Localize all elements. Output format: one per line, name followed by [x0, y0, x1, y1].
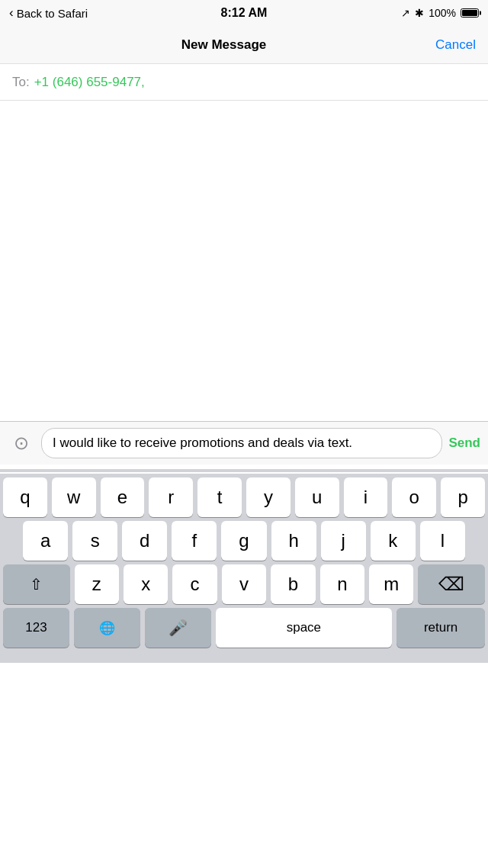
- key-d[interactable]: d: [122, 521, 167, 561]
- globe-icon: 🌐: [99, 620, 115, 636]
- key-y[interactable]: y: [246, 477, 291, 517]
- status-right: ↗ ✱ 100%: [401, 7, 479, 19]
- keyboard-row-2: a s d f g h j k l: [0, 517, 488, 561]
- keyboard-row-1: q w e r t y u i o p: [0, 474, 488, 517]
- location-icon: ↗: [401, 7, 410, 19]
- key-l[interactable]: l: [420, 521, 465, 561]
- key-f[interactable]: f: [172, 521, 217, 561]
- send-button[interactable]: Send: [448, 436, 480, 451]
- key-x[interactable]: x: [124, 564, 168, 604]
- camera-button[interactable]: ⊙: [8, 429, 35, 457]
- message-area: [0, 101, 488, 421]
- key-i[interactable]: i: [344, 477, 388, 517]
- key-z[interactable]: z: [75, 564, 119, 604]
- keyboard-row-4: 123 🌐 🎤 space return: [0, 604, 488, 663]
- key-q[interactable]: q: [3, 477, 47, 517]
- key-k[interactable]: k: [371, 521, 416, 561]
- back-chevron-icon: ‹: [9, 5, 14, 21]
- key-g[interactable]: g: [221, 521, 266, 561]
- battery-icon: [461, 8, 479, 18]
- key-u[interactable]: u: [295, 477, 339, 517]
- bluetooth-icon: ✱: [415, 7, 424, 19]
- numbers-key[interactable]: 123: [3, 608, 69, 648]
- key-j[interactable]: j: [321, 521, 366, 561]
- key-p[interactable]: p: [441, 477, 485, 517]
- backspace-icon: ⌫: [438, 574, 464, 595]
- to-label: To:: [12, 75, 30, 90]
- to-field: To: +1 (646) 655-9477,: [0, 64, 488, 101]
- globe-key[interactable]: 🌐: [74, 608, 140, 648]
- key-r[interactable]: r: [149, 477, 193, 517]
- shift-icon: ⇧: [30, 575, 43, 593]
- key-c[interactable]: c: [172, 564, 217, 604]
- key-w[interactable]: w: [52, 477, 96, 517]
- to-number[interactable]: +1 (646) 655-9477,: [34, 75, 145, 90]
- return-key[interactable]: return: [396, 608, 485, 648]
- cancel-button[interactable]: Cancel: [435, 37, 476, 53]
- backspace-key[interactable]: ⌫: [418, 564, 485, 604]
- key-o[interactable]: o: [392, 477, 436, 517]
- key-m[interactable]: m: [369, 564, 413, 604]
- battery-percent: 100%: [429, 7, 456, 19]
- key-a[interactable]: a: [23, 521, 68, 561]
- key-t[interactable]: t: [197, 477, 242, 517]
- shift-key[interactable]: ⇧: [3, 564, 70, 604]
- keyboard-row-3: ⇧ z x c v b n m ⌫: [0, 561, 488, 604]
- camera-icon: ⊙: [14, 432, 29, 454]
- status-time: 8:12 AM: [221, 6, 268, 20]
- key-v[interactable]: v: [222, 564, 266, 604]
- keyboard-indicator: [225, 469, 263, 472]
- nav-title: New Message: [181, 37, 267, 53]
- input-bar: ⊙ I would like to receive promotions and…: [0, 421, 488, 465]
- space-key[interactable]: space: [216, 608, 393, 648]
- keyboard: q w e r t y u i o p a s d f g h j k l ⇧ …: [0, 474, 488, 663]
- back-to-safari[interactable]: ‹ Back to Safari: [9, 5, 88, 21]
- mic-icon: 🎤: [169, 619, 188, 637]
- key-h[interactable]: h: [271, 521, 316, 561]
- key-e[interactable]: e: [101, 477, 145, 517]
- back-label: Back to Safari: [17, 7, 88, 20]
- key-s[interactable]: s: [72, 521, 117, 561]
- key-b[interactable]: b: [271, 564, 315, 604]
- message-input[interactable]: I would like to receive promotions and d…: [41, 428, 442, 458]
- nav-bar: New Message Cancel: [0, 26, 488, 64]
- mic-key[interactable]: 🎤: [145, 608, 211, 648]
- key-n[interactable]: n: [320, 564, 364, 604]
- status-bar: ‹ Back to Safari 8:12 AM ↗ ✱ 100%: [0, 0, 488, 26]
